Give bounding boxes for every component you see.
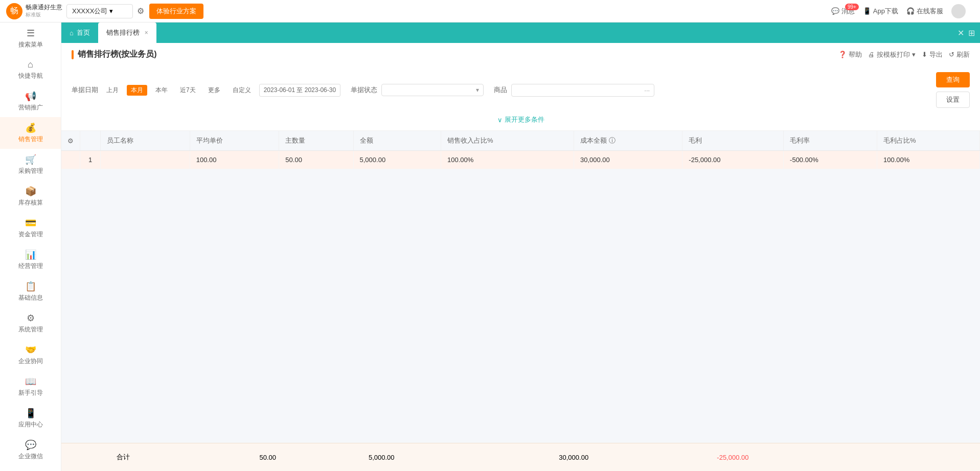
help-icon: ❓: [838, 51, 847, 58]
sidebar-icon-13: 💬: [25, 439, 36, 451]
sidebar-item-6[interactable]: 💳资金管理: [0, 212, 61, 244]
sidebar-item-5[interactable]: 📦库存核算: [0, 181, 61, 212]
message-icon: 💬: [831, 7, 839, 15]
row-main-qty-0: 50.00: [279, 151, 353, 169]
messages-button[interactable]: 💬 消息 99+: [831, 7, 855, 16]
last-month-tag[interactable]: 上月: [102, 85, 123, 96]
home-icon: ⌂: [70, 29, 74, 37]
goods-label: 商品: [494, 85, 507, 95]
sidebar-label-2: 营销推广: [18, 103, 43, 112]
row-gross-rate-0: -500.00%: [784, 151, 877, 169]
logo-text: 畅康通好生意: [26, 4, 62, 12]
messages-badge: 99+: [845, 4, 859, 10]
sidebar-item-8[interactable]: 📋基础信息: [0, 276, 61, 307]
sidebar-item-10[interactable]: 🤝企业协同: [0, 339, 61, 371]
expand-more-conditions[interactable]: ∨ 展开更多条件: [497, 115, 544, 124]
table-footer: 合计 50.00 5,000.00 30,000.00 -25,000.00: [61, 443, 980, 471]
goods-input[interactable]: ···: [511, 84, 654, 97]
sidebar-label-4: 采购管理: [18, 167, 43, 175]
date-range-input[interactable]: 2023-06-01 至 2023-06-30: [259, 84, 340, 97]
tab-close-icon[interactable]: ×: [145, 29, 148, 36]
sidebar-icon-1: ⌂: [28, 59, 33, 70]
sidebar-label-12: 应用中心: [18, 420, 43, 429]
col-avg-price: 平均单价: [190, 131, 279, 151]
doc-status-select[interactable]: ▾: [381, 84, 484, 96]
sidebar-item-4[interactable]: 🛒采购管理: [0, 149, 61, 181]
col-settings[interactable]: ⚙: [61, 131, 80, 151]
sidebar-label-9: 系统管理: [18, 325, 43, 334]
help-button[interactable]: ❓ 帮助: [838, 50, 862, 59]
industry-button[interactable]: 体验行业方案: [149, 4, 203, 19]
col-gross-pct: 毛利占比%: [877, 131, 980, 151]
sidebar-icon-11: 📖: [25, 376, 36, 387]
row-settings-0[interactable]: [61, 151, 80, 169]
goods-filter: 商品 ···: [494, 84, 654, 97]
print-button[interactable]: 🖨 按模板打印 ▾: [868, 50, 916, 59]
sidebar-icon-8: 📋: [25, 281, 36, 292]
sidebar-label-11: 新手引导: [18, 389, 43, 397]
app-download-button[interactable]: 📱 App下载: [863, 7, 898, 16]
sidebar-icon-7: 📊: [25, 249, 36, 260]
sidebar-label-7: 经营管理: [18, 262, 43, 271]
sidebar-item-2[interactable]: 📢营销推广: [0, 85, 61, 117]
doc-status-filter: 单据状态 ▾: [351, 84, 484, 96]
custom-tag[interactable]: 自定义: [229, 85, 255, 96]
sidebar-icon-12: 📱: [25, 408, 36, 419]
sidebar-item-14[interactable]: V畅会员: [0, 466, 61, 471]
refresh-button[interactable]: ↺ 刷新: [949, 50, 970, 59]
col-sales-pct: 销售收入占比%: [441, 131, 574, 151]
date-filter: 单据日期 上月 本月 本年 近7天 更多 自定义 2023-06-01 至 20…: [72, 84, 340, 97]
col-rank: [80, 131, 101, 151]
phone-icon: 📱: [863, 7, 871, 15]
current-month-tag[interactable]: 本月: [127, 85, 147, 96]
sidebar-item-9[interactable]: ⚙系统管理: [0, 307, 61, 339]
sidebar-item-13[interactable]: 💬企业微信: [0, 434, 61, 466]
sidebar-icon-10: 🤝: [25, 344, 36, 355]
top-right-actions: 💬 消息 99+ 📱 App下载 🎧 在线客服: [831, 4, 974, 18]
headset-icon: 🎧: [906, 7, 915, 15]
sidebar-item-7[interactable]: 📊经营管理: [0, 244, 61, 276]
doc-status-chevron: ▾: [476, 86, 479, 94]
table-header-row: ⚙ 员工名称 平均单价 主数量 全额 销售收入占比% 成本全额 ⓘ 毛利 毛利率: [61, 131, 980, 151]
table-row: 1 100.00 50.00 5,000.00 100.00% 30,000.0…: [61, 151, 980, 169]
footer-label: 合计: [110, 448, 207, 466]
sidebar-label-6: 资金管理: [18, 230, 43, 239]
more-tag[interactable]: 更多: [204, 85, 224, 96]
col-gross-rate: 毛利率: [784, 131, 877, 151]
company-selector[interactable]: XXXXX公司 ▾: [66, 4, 133, 18]
tab-home[interactable]: ⌂ 首页: [61, 23, 98, 43]
export-button[interactable]: ⬇ 导出: [922, 50, 943, 59]
sidebar-icon-6: 💳: [25, 217, 36, 229]
col-gross: 毛利: [682, 131, 784, 151]
col-main-qty: 主数量: [279, 131, 353, 151]
tab-sales-ranking[interactable]: 销售排行榜 ×: [98, 23, 156, 43]
page-title: 销售排行榜(按业务员): [78, 49, 157, 60]
logo-area: 畅 畅康通好生意 标准版: [6, 3, 62, 19]
sidebar-item-1[interactable]: ⌂快捷导航: [0, 54, 61, 85]
row-avg-price-0: 100.00: [190, 151, 279, 169]
settings-icon[interactable]: ⚙: [137, 6, 144, 16]
sidebar-icon-2: 📢: [25, 91, 36, 102]
sidebar-icon-5: 📦: [25, 186, 36, 197]
footer-cost: 30,000.00: [553, 448, 711, 466]
query-button[interactable]: 查询: [936, 72, 970, 87]
expand-window-icon[interactable]: ⊞: [968, 28, 975, 38]
online-service-button[interactable]: 🎧 在线客服: [906, 7, 943, 16]
sidebar-item-3[interactable]: 💰销售管理: [0, 117, 61, 149]
sidebar-label-13: 企业微信: [18, 452, 43, 461]
sidebar-item-11[interactable]: 📖新手引导: [0, 371, 61, 402]
sidebar-item-0[interactable]: ☰搜索菜单: [0, 23, 61, 54]
chevron-down-icon: ▾: [109, 7, 113, 15]
row-sales-pct-0: 100.00%: [441, 151, 574, 169]
sidebar: ☰搜索菜单⌂快捷导航📢营销推广💰销售管理🛒采购管理📦库存核算💳资金管理📊经营管理…: [0, 23, 61, 471]
current-year-tag[interactable]: 本年: [151, 85, 172, 96]
settings-button[interactable]: 设置: [936, 92, 970, 108]
sidebar-item-12[interactable]: 📱应用中心: [0, 402, 61, 434]
user-avatar[interactable]: [951, 4, 966, 18]
footer-gross: -25,000.00: [711, 448, 877, 466]
last-7-days-tag[interactable]: 近7天: [176, 85, 200, 96]
goods-more-icon: ···: [644, 86, 650, 94]
close-window-icon[interactable]: ✕: [958, 28, 964, 38]
col-employee: 员工名称: [101, 131, 190, 151]
sidebar-icon-9: ⚙: [27, 312, 35, 324]
